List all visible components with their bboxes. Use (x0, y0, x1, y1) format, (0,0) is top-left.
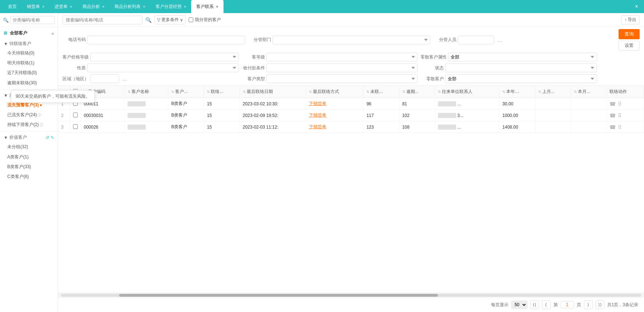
row-2-contact: 15 (204, 110, 240, 121)
customer-level-select[interactable] (266, 53, 418, 61)
sidebar-group-pending[interactable]: ▼ 待联络客户 (0, 39, 58, 48)
sidebar-item-ungrouped[interactable]: 未分组(32) (0, 142, 58, 152)
my-customers-checkbox-label[interactable]: 我分管的客户 (189, 17, 221, 23)
window-close-btn[interactable]: × (632, 3, 641, 10)
area-input[interactable] (90, 74, 119, 83)
next-page-btn[interactable]: ⟩ (584, 300, 593, 309)
query-btn[interactable]: 查询 (619, 29, 640, 39)
row-1-last-month (535, 98, 571, 110)
sidebar-group-value[interactable]: ▼ 价值客户 ↺ ✎ (0, 133, 58, 142)
tab-product-analysis[interactable]: 商品分析 × (77, 0, 109, 13)
manager-input[interactable] (458, 36, 494, 44)
col-sort-name-icon[interactable]: ⇅ (128, 90, 130, 94)
phone-input[interactable] (87, 36, 245, 44)
sidebar-item-churned[interactable]: 已流失客户(24) ⓘ (0, 110, 58, 120)
sidebar-item-tomorrow-pending[interactable]: 明天待联络(1) (0, 58, 58, 68)
row-2-more-icon[interactable]: ⠿ (618, 113, 621, 118)
col-sort-lm-icon[interactable]: ⇅ (538, 90, 541, 94)
per-page-label: 每页显示 (491, 302, 508, 308)
tab-customer-contact-close[interactable]: × (216, 4, 218, 9)
nature-label: 性质 (63, 65, 86, 71)
row-3-contact-icon[interactable]: ☎ (609, 124, 616, 130)
row-2-contact-icon[interactable]: ☎ (609, 113, 616, 118)
row-2-name (124, 110, 168, 121)
col-sort-type-icon[interactable]: ⇅ (171, 90, 174, 94)
filter-search-btn[interactable]: 🔍 (145, 17, 152, 23)
zero-attr-select[interactable]: 全部 (448, 53, 597, 61)
first-page-btn[interactable]: ⟨⟨ (530, 300, 539, 309)
col-sort-ty-icon[interactable]: ⇅ (502, 90, 505, 94)
customer-type-select[interactable] (266, 74, 418, 83)
page-input[interactable] (561, 301, 574, 308)
col-sort-uc-icon[interactable]: ⇅ (438, 90, 441, 94)
col-sort-method-icon[interactable]: ⇅ (309, 90, 312, 94)
row-2-type: B类客户 (168, 110, 204, 121)
col-sort-contact-icon[interactable]: ⇅ (207, 90, 210, 94)
tab-customer-segment[interactable]: 客户分层经营 × (150, 0, 191, 13)
th-actions: 联络动作 (606, 86, 644, 98)
tab-customer-contact[interactable]: 客户联系 × (191, 0, 223, 13)
col-sort-tm-icon[interactable]: ⇅ (574, 90, 577, 94)
export-btn[interactable]: ↑ 导出 (621, 15, 640, 24)
col-sort-date-icon[interactable]: ⇅ (243, 90, 246, 94)
sidebar-item-declining[interactable]: 持续下滑客户(2) ⓘ (0, 120, 58, 130)
pending-arrow-icon: ▼ (4, 41, 8, 46)
sidebar-item-today-pending[interactable]: 今天待联络(0) (0, 48, 58, 58)
zero-customer-select[interactable]: 全部 (445, 74, 597, 83)
tab-purchase-order[interactable]: 进货单 × (49, 0, 77, 13)
nature-select[interactable] (87, 64, 239, 72)
manager-more-icon[interactable]: … (496, 37, 504, 43)
price-level-select[interactable] (90, 53, 239, 61)
dept-select[interactable] (273, 36, 430, 44)
tab-sales-order-close[interactable]: × (42, 4, 44, 9)
payment-select[interactable] (266, 64, 418, 72)
tab-purchase-order-close[interactable]: × (70, 4, 72, 9)
row-3-checkbox[interactable] (73, 124, 78, 129)
tab-bar: 首页 销货单 × 进货单 × 商品分析 × 商品分析列表 × 客户分层经营 × … (0, 0, 644, 13)
row-1-more-icon[interactable]: ⠿ (618, 101, 621, 107)
my-customers-checkbox[interactable] (189, 17, 193, 22)
sidebar-search-input[interactable] (10, 16, 55, 24)
sidebar-item-overdue-pending[interactable]: 逾期未联络(30) (0, 78, 58, 88)
row-1-this-year: 30.00 (499, 98, 535, 110)
last-page-btn[interactable]: ⟩⟩ (596, 300, 604, 309)
export-icon: ↑ (624, 17, 627, 23)
row-3-contact: 15 (204, 121, 240, 133)
row-1-contact-icon[interactable]: ☎ (609, 101, 616, 107)
tab-product-analysis-list-close[interactable]: × (143, 4, 145, 9)
row-3-last-date: 2023-02-03 11:12: (240, 121, 306, 133)
settings-btn[interactable]: 设置 (619, 41, 640, 50)
prev-page-btn[interactable]: ⟨ (542, 300, 551, 309)
th-this-year: ⇅ 本年... (499, 86, 535, 98)
area-more-icon[interactable]: … (121, 76, 129, 82)
sidebar-item-c-class[interactable]: C类客户(6) (0, 172, 58, 182)
row-checkbox-2 (70, 110, 81, 121)
value-refresh-icon[interactable]: ↺ (45, 135, 49, 140)
sidebar-item-b-class[interactable]: B类客户(33) (0, 162, 58, 172)
sidebar-collapse-icon[interactable]: « (51, 31, 54, 36)
row-3-more-icon[interactable]: ⠿ (618, 124, 621, 130)
sidebar-all-customers[interactable]: ⊞ 全部客户 « (0, 27, 58, 39)
total-records: 共1页，3条记录 (607, 302, 638, 308)
row-2-last-date: 2023-02-09 19:52: (240, 110, 306, 121)
tab-customer-segment-close[interactable]: × (184, 4, 186, 9)
customer-level-label: 客等级 (242, 54, 265, 60)
row-2-checkbox[interactable] (73, 113, 78, 117)
tab-home[interactable]: 首页 (3, 0, 22, 13)
tab-product-analysis-close[interactable]: × (102, 4, 104, 9)
horizontal-scrollbar[interactable] (58, 293, 644, 297)
tab-sales-order[interactable]: 销货单 × (22, 0, 49, 13)
filter-more-conditions-btn[interactable]: ▽ 更多条件 ∨ (154, 15, 186, 24)
col-sort-overdue-icon[interactable]: ⇅ (402, 90, 405, 94)
row-3-last-method: 下销货单 (306, 121, 363, 133)
value-edit-icon[interactable]: ✎ (51, 135, 54, 140)
sidebar-item-7day-pending[interactable]: 近7天待联络(0) (0, 68, 58, 78)
tab-product-analysis-list[interactable]: 商品分析列表 × (109, 0, 150, 13)
status-select[interactable] (445, 64, 597, 72)
filter-search-input[interactable] (63, 16, 142, 24)
sidebar-item-a-class[interactable]: A类客户(1) (0, 152, 58, 162)
row-3-last-month (535, 121, 571, 133)
th-last-contact-method: ⇅ 最后联络方式 (306, 86, 363, 98)
per-page-select[interactable]: 50 (511, 301, 527, 309)
col-sort-nc-icon[interactable]: ⇅ (366, 90, 369, 94)
